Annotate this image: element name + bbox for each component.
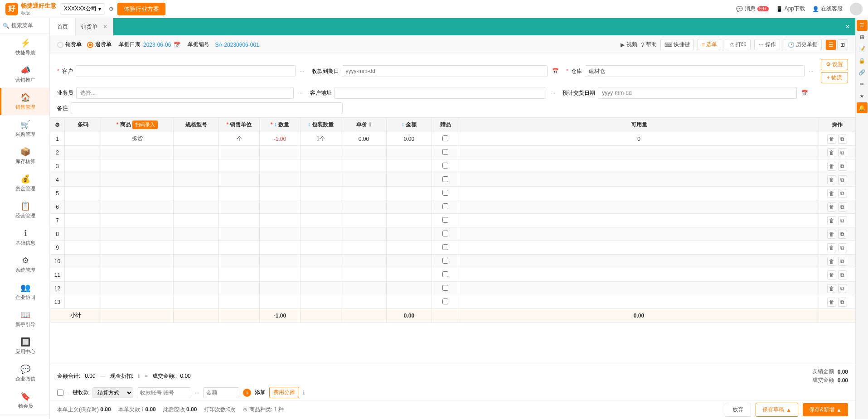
notes-input[interactable] [71,102,343,114]
company-selector[interactable]: XXXXXX公司 ▾ [60,3,105,14]
tab-sales-order[interactable]: 销货单 ✕ [76,18,113,35]
account-input[interactable] [137,387,191,398]
tab-close-icon[interactable]: ✕ [103,24,107,30]
history-btn[interactable]: 🕐 历史单据 [784,39,822,50]
row-delete-icon[interactable]: 🗑 [827,148,836,157]
sidebar-item-base[interactable]: ℹ 基础信息 [0,224,49,251]
calendar-icon[interactable]: 📅 [174,42,180,48]
sidebar-item-wechat[interactable]: 💬 企业微信 [0,360,49,387]
sidebar-item-collab[interactable]: 👥 企业协同 [0,278,49,305]
row-copy-icon[interactable]: ⧉ [838,270,847,279]
sidebar-item-marketing[interactable]: 📣 营销推广 [0,61,49,88]
sidebar-item-appstore[interactable]: 🔲 应用中心 [0,332,49,360]
row-delete-icon[interactable]: 🗑 [827,284,836,293]
settlement-select[interactable]: 结算方式 [92,387,133,398]
sidebar-item-operations[interactable]: 📋 经营管理 [0,197,49,224]
expense-info-icon[interactable]: ℹ [303,390,305,396]
right-panel-edit-btn[interactable]: ✏ [857,79,868,90]
row-copy-icon[interactable]: ⧉ [838,175,847,184]
customer-more-icon[interactable]: ··· [300,68,305,74]
right-panel-bell-btn[interactable]: 🔔 [857,102,868,113]
radio-sales-order[interactable]: 销货单 [57,41,82,48]
row-delete-icon[interactable]: 🗑 [827,257,836,266]
tab-home[interactable]: 首页 [50,18,76,35]
row-copy-icon[interactable]: ⧉ [838,257,847,266]
settings-col-icon[interactable]: ⚙ [55,122,60,128]
row-delete-icon[interactable]: 🗑 [827,175,836,184]
radio-return-order[interactable]: 退货单 [87,41,112,48]
delivery-date-input[interactable] [598,87,797,99]
account-dots[interactable]: ··· [195,390,199,396]
sidebar-search[interactable]: 🔍 搜索菜单 [0,18,49,34]
operations-btn[interactable]: ⋯ 操作 [754,39,780,50]
row-delete-icon[interactable]: 🗑 [827,202,836,212]
help-btn[interactable]: ? 帮助 [641,41,657,48]
logistics-btn[interactable]: + 物流 [821,72,848,83]
sidebar-item-sales[interactable]: 🏠 销售管理 [0,88,49,115]
gear-icon[interactable]: ⚙ [109,6,114,12]
one-key-payment-checkbox[interactable] [57,390,63,396]
warehouse-more-icon[interactable]: ··· [809,68,814,74]
right-panel-note-btn[interactable]: 📝 [857,43,868,54]
right-panel-lock-btn[interactable]: 🔒 [857,55,868,66]
expense-btn[interactable]: 费用分摊 [269,387,299,398]
salesperson-more-icon[interactable]: ··· [298,90,303,96]
row-delete-icon[interactable]: 🗑 [827,162,836,171]
date-value[interactable]: 2023-06-06 [143,42,171,48]
due-date-input[interactable] [342,65,548,77]
row-copy-icon[interactable]: ⧉ [838,284,847,293]
row-copy-icon[interactable]: ⧉ [838,202,847,212]
sidebar-item-quick[interactable]: ⚡ 快捷导航 [0,34,49,61]
customer-addr-more-icon[interactable]: ··· [551,90,555,96]
app-download-btn[interactable]: 📱 App下载 [776,5,805,13]
salesperson-input[interactable] [76,87,294,99]
customer-addr-input[interactable] [335,87,547,99]
discount-info-icon[interactable]: ℹ [138,373,140,379]
add-item-btn[interactable]: + [243,389,251,397]
row-copy-icon[interactable]: ⧉ [838,216,847,225]
sidebar-item-purchase[interactable]: 🛒 采购管理 [0,115,49,142]
qty-sort-icon[interactable]: ↕ [274,121,277,128]
setting-btn[interactable]: ⚙ 设置 [821,59,848,70]
sidebar-item-guide[interactable]: 📖 新手引导 [0,305,49,332]
right-panel-grid-btn[interactable]: ⊞ [857,32,868,43]
sidebar-item-finance[interactable]: 💰 资金管理 [0,169,49,197]
row-delete-icon[interactable]: 🗑 [827,230,836,239]
row-copy-icon[interactable]: ⧉ [838,162,847,171]
right-panel-star-btn[interactable]: ★ [857,91,868,101]
save-draft-btn[interactable]: 保存草稿 ▲ [756,403,798,417]
print-btn[interactable]: 🖨 打印 [725,39,751,50]
try-btn[interactable]: 体验行业方案 [117,3,165,15]
amount-input[interactable] [203,387,239,398]
online-service-btn[interactable]: 👤 在线客服 [812,5,843,13]
row-delete-icon[interactable]: 🗑 [827,270,836,279]
row-delete-icon[interactable]: 🗑 [827,189,836,198]
avatar[interactable] [850,3,863,15]
row-delete-icon[interactable]: 🗑 [827,243,836,252]
row-delete-icon[interactable]: 🗑 [827,216,836,225]
row-copy-icon[interactable]: ⧉ [838,298,847,307]
grid-view-btn[interactable]: ⊞ [837,39,848,50]
select-order-btn[interactable]: ≡ 选单 [698,39,721,50]
list-view-btn[interactable]: ☰ [825,39,836,50]
shortcut-btn[interactable]: ⌨ 快捷键 [660,39,694,50]
price-info-icon[interactable]: ℹ [369,121,371,128]
row-delete-icon[interactable]: 🗑 [827,298,836,307]
tab-close-window[interactable]: ✕ [840,24,855,30]
scan-btn[interactable]: 扫码录入 [132,120,158,129]
sidebar-item-system[interactable]: ⚙ 系统管理 [0,251,49,278]
warehouse-input[interactable] [585,65,805,77]
row-copy-icon[interactable]: ⧉ [838,243,847,252]
sidebar-item-inventory[interactable]: 📦 库存核算 [0,142,49,169]
message-btn[interactable]: 💬 消息 99+ [736,5,769,13]
customer-input[interactable] [76,65,296,77]
row-copy-icon[interactable]: ⧉ [838,230,847,239]
video-btn[interactable]: ▶ 视频 [621,41,637,48]
row-copy-icon[interactable]: ⧉ [838,148,847,157]
pack-sort-icon[interactable]: ↕ [308,121,310,128]
row-copy-icon[interactable]: ⧉ [838,135,847,144]
abandon-btn[interactable]: 放弃 [725,403,751,417]
delivery-date-calendar-icon[interactable]: 📅 [801,90,808,96]
info-icon-owe[interactable]: ℹ [141,406,144,413]
row-delete-icon[interactable]: 🗑 [827,135,836,144]
